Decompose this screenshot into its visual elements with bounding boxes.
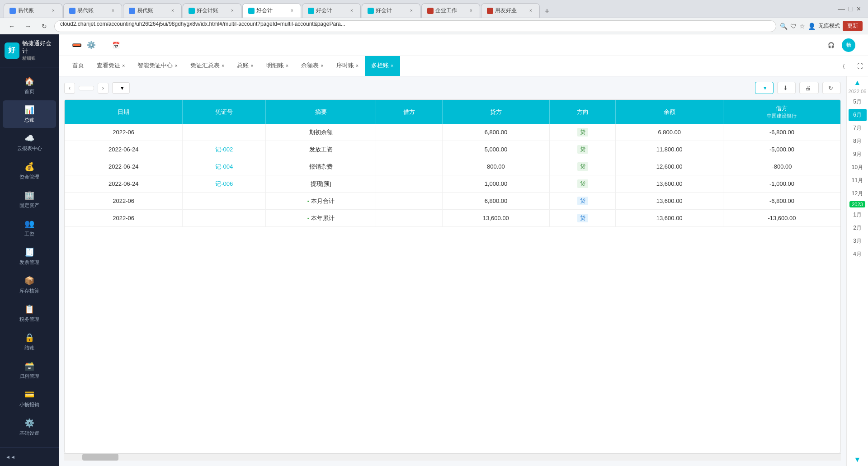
tab-voucher-view[interactable]: 查看凭证 × (90, 56, 131, 76)
tab-smart-voucher[interactable]: 智能凭证中心 × (131, 56, 184, 76)
sidebar-item-cloud-report[interactable]: ☁️ 云报表中心 (3, 129, 56, 156)
browser-tab-4[interactable]: 好会计账 × (183, 3, 241, 18)
voucher-link[interactable]: 记-004 (215, 163, 233, 170)
account-selector[interactable] (79, 86, 94, 90)
sidebar-item-general-ledger[interactable]: 📊 总账 (3, 100, 56, 128)
unpin-button[interactable]: ◄◄ (4, 452, 55, 462)
tab-dl-close[interactable]: × (286, 63, 288, 68)
browser-tab-7[interactable]: 好会计 × (362, 3, 420, 18)
tab-sequence-ledger[interactable]: 序时账 × (330, 56, 365, 76)
td-debit (376, 158, 442, 175)
sidebar-item-guide[interactable]: 📖 新手引导 (3, 442, 56, 447)
year-2023-badge[interactable]: 2023 (849, 201, 865, 207)
tab-3-close[interactable]: × (170, 8, 176, 14)
browser-tab-8[interactable]: 企业工作 × (421, 3, 480, 18)
tab-sl-close[interactable]: × (356, 63, 359, 68)
special-multi-ledger-button[interactable]: ▾ (755, 82, 774, 94)
tab-general-ledger[interactable]: 总账 × (231, 56, 259, 76)
month-item-2023-1[interactable]: 1月 (849, 209, 867, 221)
month-item-10[interactable]: 10月 (849, 161, 867, 174)
voucher-link[interactable]: 记-006 (215, 180, 233, 187)
close-btn[interactable]: × (857, 5, 861, 13)
tab-8-close[interactable]: × (468, 8, 474, 14)
invoice-icon: 🧾 (24, 247, 34, 257)
download-button[interactable]: ⬇ (777, 82, 796, 94)
month-item-7[interactable]: 7月 (849, 122, 867, 134)
minimize-btn[interactable]: — (838, 5, 845, 13)
tab-multi-ledger[interactable]: 多栏账 × (365, 56, 400, 76)
tab-1-close[interactable]: × (50, 8, 57, 14)
settings-gear-icon[interactable]: ⚙️ (87, 41, 96, 49)
month-item-8[interactable]: 8月 (849, 135, 867, 147)
horizontal-scrollbar[interactable] (64, 453, 841, 461)
sidebar-item-settings[interactable]: ⚙️ 基础设置 (3, 414, 56, 441)
td-date: 2022-06 (65, 124, 183, 141)
tab-vv-close[interactable]: × (122, 63, 125, 68)
account-next-button[interactable]: › (98, 83, 108, 94)
tab-voucher-summary[interactable]: 凭证汇总表 × (184, 56, 231, 76)
month-item-2023-3[interactable]: 3月 (849, 235, 867, 247)
tab-gl-close[interactable]: × (250, 63, 253, 68)
sidebar-item-archive[interactable]: 🗃️ 归档管理 (3, 357, 56, 384)
browser-tab-3[interactable]: 易代账 × (123, 3, 182, 18)
profile-icon[interactable]: 👤 (808, 23, 816, 30)
print-button[interactable]: 🖨 (799, 82, 819, 94)
sidebar-item-invoice[interactable]: 🧾 发票管理 (3, 243, 56, 270)
tab-balance-table[interactable]: 余额表 × (295, 56, 330, 76)
td-voucher: 记-006 (183, 175, 266, 193)
sidebar-item-expense[interactable]: 💳 小畅报销 (3, 385, 56, 413)
sidebar-item-tax[interactable]: 📋 税务管理 (3, 300, 56, 327)
month-nav-down-button[interactable]: ▼ (851, 455, 864, 464)
tab-sv-close[interactable]: × (175, 63, 177, 68)
search-icon[interactable]: 🔍 (780, 23, 788, 30)
sidebar-item-inventory[interactable]: 📦 库存核算 (3, 271, 56, 299)
month-item-9[interactable]: 9月 (849, 148, 867, 160)
browser-tab-2[interactable]: 易代账 × (63, 3, 122, 18)
browser-tab-6[interactable]: 好会计 × (302, 3, 361, 18)
td-date: 2022-06-24 (65, 175, 183, 193)
voucher-link[interactable]: 记-002 (215, 146, 233, 153)
month-item-6[interactable]: 6月 (849, 109, 867, 121)
tab-ml-close[interactable]: × (391, 63, 393, 68)
account-prev-button[interactable]: ‹ (64, 83, 75, 94)
browser-tab-5[interactable]: 好会计 × (242, 3, 301, 18)
tab-9-close[interactable]: × (528, 8, 534, 14)
refresh-table-button[interactable]: ↻ (822, 82, 841, 94)
maximize-btn[interactable]: □ (849, 5, 853, 13)
sidebar-item-payroll[interactable]: 👥 工资 (3, 214, 56, 242)
tab-expand-button[interactable]: ⛶ (852, 58, 868, 74)
browser-tab-9[interactable]: 用友好业 × (481, 3, 540, 18)
tab-7-close[interactable]: × (408, 8, 415, 14)
back-button[interactable]: ← (5, 20, 18, 33)
month-item-11[interactable]: 11月 (849, 174, 867, 187)
calendar-icon[interactable]: 📅 (112, 42, 120, 49)
sidebar-item-closing[interactable]: 🔒 结账 (3, 328, 56, 356)
month-item-12[interactable]: 12月 (849, 188, 867, 200)
tab-4-close[interactable]: × (229, 8, 236, 14)
tab-5-close[interactable]: × (289, 8, 295, 14)
update-button[interactable]: 更新 (843, 21, 863, 31)
tab-2-close[interactable]: × (110, 8, 116, 14)
month-item-2023-2[interactable]: 2月 (849, 222, 867, 234)
new-tab-button[interactable]: + (541, 5, 553, 18)
tab-vs-close[interactable]: × (222, 63, 224, 68)
month-nav-up-button[interactable]: ▲ (851, 78, 864, 87)
tab-detail-ledger[interactable]: 明细账 × (260, 56, 295, 76)
tab-home[interactable]: 首页 (66, 56, 90, 76)
demo-badge-button[interactable] (72, 43, 81, 47)
sidebar-item-home[interactable]: 🏠 首页 (3, 72, 56, 99)
consult-button[interactable]: 🎧 (828, 42, 836, 48)
level-filter[interactable]: ▾ (112, 82, 130, 94)
month-item-5[interactable]: 5月 (849, 96, 867, 108)
sidebar-item-fund[interactable]: 💰 资金管理 (3, 157, 56, 185)
address-input[interactable]: cloud2.chanjet.com/accounting/uh26t264j5… (54, 20, 776, 32)
tab-collapse-button[interactable]: ⟨ (835, 58, 852, 74)
forward-button[interactable]: → (22, 20, 34, 33)
month-item-2023-4[interactable]: 4月 (849, 248, 867, 260)
sidebar-item-fixed-assets[interactable]: 🏢 固定资产 (3, 186, 56, 213)
refresh-button[interactable]: ↻ (38, 20, 51, 33)
browser-tab-1[interactable]: 易代账 × (4, 3, 62, 18)
star-icon[interactable]: ☆ (799, 23, 805, 30)
tab-bt-close[interactable]: × (321, 63, 323, 68)
tab-6-close[interactable]: × (349, 8, 355, 14)
